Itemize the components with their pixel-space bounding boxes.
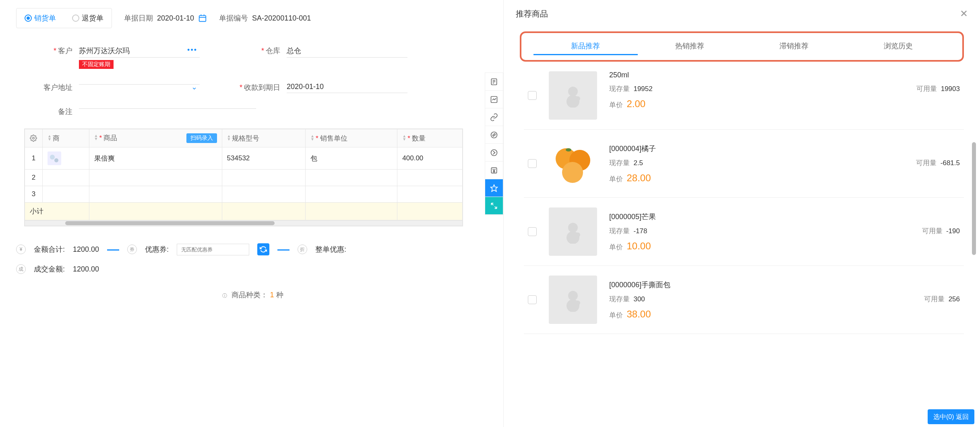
chart-icon[interactable] — [485, 91, 503, 108]
product-image-placeholder — [549, 71, 597, 120]
svg-marker-16 — [491, 184, 498, 191]
footer-info: ⓘ 商品种类： 1 种 — [16, 282, 487, 309]
coupon-label: 优惠券: — [145, 245, 169, 254]
doc-type-tabs: 销货单 退货单 — [16, 8, 112, 28]
svg-point-27 — [568, 291, 578, 301]
address-label: 客户地址 — [43, 83, 72, 91]
subtotal-row: 小计 — [25, 203, 463, 220]
tab-history[interactable]: 浏览历史 — [846, 38, 950, 55]
panel-title: 推荐商品 — [516, 8, 548, 19]
table-row[interactable]: 1果倍爽534532包400.00 — [25, 147, 463, 170]
product-item[interactable]: [0000006]手撕面包 现存量 300 可用量 256 单价 38.00 — [524, 266, 964, 334]
exchange-icon[interactable] — [485, 126, 503, 144]
radio-unchecked-icon — [72, 15, 79, 22]
col-qty[interactable]: ▲▼*数量 — [397, 129, 463, 147]
coupon-icon: 券 — [127, 245, 137, 254]
scan-input-button[interactable]: 扫码录入 — [186, 133, 217, 143]
product-title: [0000004]橘子 — [609, 144, 960, 153]
paydate-label: 收款到期日 — [244, 83, 280, 91]
amount-total-label: 金额合计: — [34, 245, 65, 254]
tab-sales-label: 销货单 — [34, 13, 56, 23]
svg-point-22 — [562, 162, 583, 183]
col-product[interactable]: ▲▼*商品扫码录入 — [89, 129, 222, 147]
doc-number-value: SA-20200110-001 — [252, 14, 311, 23]
tab-slow[interactable]: 滞销推荐 — [742, 38, 846, 55]
warehouse-field[interactable]: *仓库 总仓 — [232, 44, 407, 69]
col-spec[interactable]: ▲▼规格型号 — [222, 129, 305, 147]
paydate-field[interactable]: *收款到期日 2020-01-10 — [232, 81, 407, 93]
svg-point-23 — [566, 148, 571, 151]
doc-date-label: 单据日期 — [124, 13, 153, 23]
select-return-button[interactable]: 选中(0) 返回 — [928, 409, 974, 424]
bookmark-icon[interactable] — [485, 144, 503, 162]
product-image-placeholder — [549, 276, 597, 324]
kinds-suffix: 种 — [276, 291, 283, 299]
product-item[interactable]: [0000004]橘子 现存量 2.5 可用量 -681.5 单价 28.00 — [524, 130, 964, 198]
warehouse-value: 总仓 — [287, 47, 301, 55]
product-title: [0000005]芒果 — [609, 212, 960, 222]
svg-point-29 — [575, 301, 580, 305]
coupon-input[interactable] — [177, 244, 249, 255]
deal-amount-value: 1200.00 — [73, 265, 99, 274]
tab-hot[interactable]: 热销推荐 — [638, 38, 742, 55]
remark-field[interactable]: 备注 — [24, 105, 256, 116]
col-unit[interactable]: ▲▼*销售单位 — [306, 129, 397, 147]
product-checkbox[interactable] — [528, 91, 537, 100]
table-row[interactable]: 3 — [25, 186, 463, 203]
radio-checked-icon — [25, 15, 32, 22]
product-title: 250ml — [609, 71, 960, 79]
tab-return-label: 退货单 — [82, 13, 103, 23]
scrollbar-thumb[interactable] — [65, 221, 275, 225]
deal-amount-label: 成交金额: — [34, 264, 65, 274]
link-icon[interactable] — [485, 108, 503, 126]
close-icon[interactable]: ✕ — [960, 8, 968, 19]
tab-new[interactable]: 新品推荐 — [533, 38, 638, 55]
note-icon[interactable] — [485, 73, 503, 91]
whole-discount-label: 整单优惠: — [315, 245, 346, 254]
ellipsis-icon[interactable]: ••• — [187, 46, 197, 54]
header-row: 销货单 退货单 单据日期 2020-01-10 单据编号 SA-20200110… — [16, 8, 487, 36]
warehouse-label: 仓库 — [266, 47, 280, 55]
col-image[interactable]: ▲▼商 — [43, 129, 89, 147]
refresh-coupon-button[interactable] — [257, 243, 269, 255]
side-toolbar — [485, 73, 503, 215]
svg-rect-0 — [199, 16, 206, 22]
product-item[interactable]: [0000005]芒果 现存量 -178 可用量 -190 单价 10.00 — [524, 198, 964, 266]
product-checkbox[interactable] — [528, 159, 537, 168]
svg-point-14 — [491, 149, 497, 155]
horizontal-scrollbar[interactable] — [25, 220, 463, 226]
currency-icon: ¥ — [16, 245, 26, 254]
totals-section: ¥ 金额合计: 1200.00 — 券 优惠券: — 折 整单优惠: 成 成交金… — [16, 234, 487, 282]
calendar-icon[interactable] — [198, 14, 207, 23]
expand-icon[interactable] — [485, 197, 503, 215]
customer-field[interactable]: *客户 苏州万达沃尔玛••• 不固定账期 — [24, 44, 200, 69]
doc-date-field[interactable]: 单据日期 2020-01-10 — [124, 13, 207, 23]
tab-sales-order[interactable]: 销货单 — [17, 8, 64, 28]
table-settings-button[interactable] — [25, 129, 43, 147]
items-table: ▲▼商 ▲▼*商品扫码录入 ▲▼规格型号 ▲▼*销售单位 ▲▼*数量 1果倍爽5… — [24, 129, 463, 226]
address-field[interactable]: 客户地址 ⌄ — [24, 81, 200, 93]
svg-point-4 — [33, 137, 35, 139]
paydate-value: 2020-01-10 — [287, 83, 324, 91]
sales-order-form: 销货单 退货单 单据日期 2020-01-10 单据编号 SA-20200110… — [0, 0, 503, 427]
doc-date-value: 2020-01-10 — [157, 14, 194, 23]
star-icon[interactable] — [485, 179, 503, 197]
product-item[interactable]: 250ml 现存量 19952 可用量 19903 单价 2.00 — [524, 62, 964, 130]
customer-label: 客户 — [58, 47, 72, 55]
tab-return-order[interactable]: 退货单 — [64, 8, 112, 28]
product-checkbox[interactable] — [528, 295, 537, 304]
svg-point-19 — [575, 96, 580, 101]
recommended-products-panel: 推荐商品 ✕ 新品推荐 热销推荐 滞销推荐 浏览历史 250ml 现存量 199… — [503, 0, 980, 427]
kinds-value: 1 — [270, 291, 274, 299]
product-list[interactable]: 250ml 现存量 19952 可用量 19903 单价 2.00 [00000… — [504, 62, 980, 407]
product-checkbox[interactable] — [528, 227, 537, 236]
chevron-down-icon[interactable]: ⌄ — [191, 83, 197, 91]
vertical-scrollbar[interactable] — [972, 142, 976, 255]
dash-icon: — — [107, 243, 119, 256]
svg-point-13 — [491, 132, 497, 138]
svg-point-17 — [568, 87, 578, 96]
money-icon[interactable] — [485, 162, 503, 179]
info-icon: ⓘ — [220, 291, 229, 301]
deal-icon: 成 — [16, 264, 26, 274]
table-row[interactable]: 2 — [25, 170, 463, 186]
